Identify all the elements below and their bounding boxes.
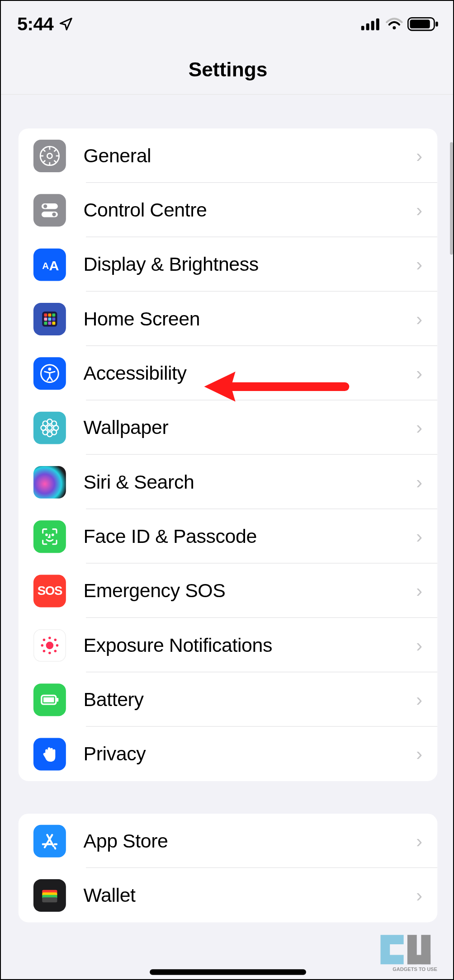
svg-point-49 [48, 651, 51, 654]
svg-point-55 [54, 650, 57, 652]
row-control-centre[interactable]: Control Centre › [19, 183, 438, 237]
svg-rect-7 [435, 22, 438, 27]
svg-point-46 [52, 534, 53, 535]
svg-point-4 [393, 26, 396, 29]
svg-rect-27 [52, 313, 55, 316]
svg-rect-6 [410, 19, 430, 28]
app-grid-icon [33, 302, 66, 335]
svg-rect-58 [57, 697, 58, 701]
scroll-indicator [450, 142, 453, 255]
sos-icon: SOS [33, 575, 66, 607]
svg-rect-26 [48, 313, 51, 316]
svg-point-52 [43, 638, 46, 641]
row-label: Exposure Notifications [84, 634, 416, 656]
hand-icon [33, 738, 66, 770]
svg-point-50 [41, 644, 44, 646]
home-indicator[interactable] [150, 969, 306, 975]
row-battery[interactable]: Battery › [19, 672, 438, 726]
row-wallpaper[interactable]: Wallpaper › [19, 400, 438, 455]
svg-rect-2 [371, 21, 374, 30]
svg-rect-32 [48, 321, 51, 325]
svg-point-45 [46, 534, 47, 535]
chevron-right-icon: › [416, 254, 422, 275]
row-app-store[interactable]: App Store › [19, 814, 438, 868]
chevron-right-icon: › [416, 689, 422, 710]
row-label: Accessibility [84, 362, 416, 385]
row-accessibility[interactable]: Accessibility › [19, 346, 438, 400]
svg-text:GADGETS TO USE: GADGETS TO USE [393, 966, 437, 972]
page-title: Settings [1, 47, 454, 94]
chevron-right-icon: › [416, 145, 422, 166]
svg-point-47 [46, 641, 54, 649]
exposure-icon [33, 629, 66, 661]
svg-point-9 [47, 153, 52, 158]
row-label: Privacy [84, 743, 416, 765]
row-display-brightness[interactable]: AA Display & Brightness › [19, 237, 438, 292]
svg-rect-1 [366, 24, 369, 30]
appstore-icon [33, 825, 66, 857]
toggles-icon [33, 194, 66, 226]
svg-point-35 [48, 367, 51, 370]
svg-point-36 [47, 425, 52, 430]
svg-point-19 [43, 204, 47, 207]
svg-point-42 [52, 421, 57, 426]
row-label: Emergency SOS [84, 580, 416, 602]
svg-point-54 [43, 650, 46, 652]
svg-text:A: A [42, 260, 49, 271]
svg-rect-28 [44, 317, 47, 320]
row-label: General [84, 144, 416, 167]
svg-rect-0 [361, 26, 364, 30]
watermark-logo: GADGETS TO USE [378, 928, 453, 972]
svg-text:A: A [49, 257, 59, 273]
row-label: Battery [84, 688, 416, 711]
svg-rect-67 [42, 897, 57, 902]
svg-point-41 [43, 421, 48, 426]
svg-point-43 [43, 429, 48, 434]
svg-rect-30 [52, 317, 55, 320]
svg-line-63 [55, 847, 55, 848]
chevron-right-icon: › [416, 471, 422, 493]
row-home-screen[interactable]: Home Screen › [19, 292, 438, 346]
svg-point-44 [52, 429, 57, 434]
location-icon [58, 17, 73, 32]
row-siri-search[interactable]: Siri & Search › [19, 455, 438, 509]
row-faceid-passcode[interactable]: Face ID & Passcode › [19, 509, 438, 563]
wifi-icon [386, 17, 403, 31]
row-label: Display & Brightness [84, 253, 416, 276]
svg-rect-57 [43, 697, 54, 702]
svg-point-48 [48, 636, 51, 639]
row-label: App Store [84, 829, 416, 852]
chevron-right-icon: › [416, 308, 422, 330]
siri-icon [33, 466, 66, 498]
faceid-icon [33, 520, 66, 553]
row-label: Wallet [84, 884, 416, 906]
svg-point-53 [54, 638, 57, 641]
svg-point-21 [52, 212, 56, 216]
svg-line-17 [54, 149, 56, 151]
svg-rect-33 [52, 321, 55, 325]
row-label: Siri & Search [84, 471, 416, 493]
text-size-icon: AA [33, 248, 66, 281]
svg-line-15 [54, 160, 56, 162]
row-general[interactable]: General › [19, 128, 438, 183]
accessibility-icon [33, 357, 66, 390]
svg-point-51 [56, 644, 59, 646]
chevron-right-icon: › [416, 526, 422, 547]
row-label: Face ID & Passcode [84, 525, 416, 548]
battery-icon [33, 683, 66, 716]
row-emergency-sos[interactable]: SOS Emergency SOS › [19, 564, 438, 618]
status-time: 5:44 [17, 14, 74, 35]
chevron-right-icon: › [416, 363, 422, 384]
settings-group-2: App Store › Wallet › [19, 814, 438, 923]
row-privacy[interactable]: Privacy › [19, 727, 438, 781]
chevron-right-icon: › [416, 830, 422, 852]
svg-rect-25 [44, 313, 47, 316]
row-wallet[interactable]: Wallet › [19, 868, 438, 922]
svg-rect-29 [48, 317, 51, 320]
svg-line-14 [43, 149, 45, 151]
chevron-right-icon: › [416, 580, 422, 601]
svg-rect-31 [44, 321, 47, 325]
flower-icon [33, 411, 66, 444]
row-label: Control Centre [84, 199, 416, 221]
row-exposure-notifications[interactable]: Exposure Notifications › [19, 618, 438, 672]
